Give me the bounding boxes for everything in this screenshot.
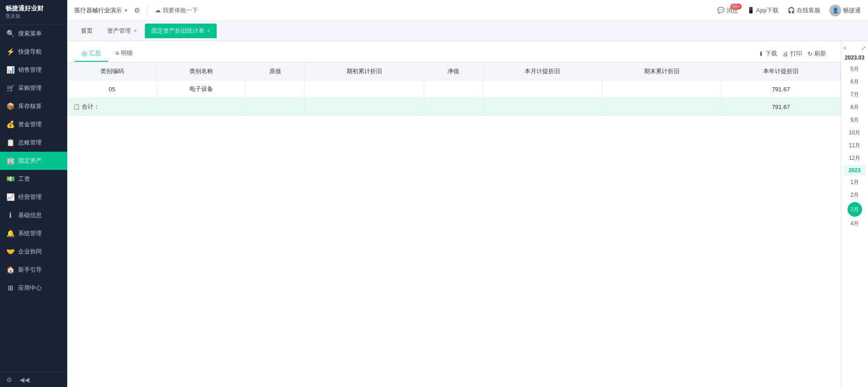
- cell-name: 电子设备: [157, 80, 246, 98]
- subtab-detail-label: 明细: [121, 49, 133, 57]
- sidebar-item-新手引导[interactable]: 🏠新手引导: [0, 261, 67, 279]
- table-row: 05 电子设备 791.67: [68, 80, 841, 98]
- sidebar-icon-3: 🛒: [6, 84, 15, 92]
- sidebar-footer: ⚙ ◀◀: [0, 372, 67, 387]
- sidebar-item-系统管理[interactable]: 🔔系统管理: [0, 224, 67, 243]
- collapse-icon[interactable]: ◀◀: [20, 376, 30, 383]
- date-month-9月[interactable]: 9月: [844, 114, 866, 126]
- refresh-btn[interactable]: ↻ 刷新: [808, 50, 826, 58]
- date-month-6月[interactable]: 6月: [844, 76, 866, 88]
- settings-icon[interactable]: ⚙: [6, 376, 12, 383]
- sidebar-label-0: 搜索菜单: [18, 30, 42, 38]
- sidebar-icon-0: 🔍: [6, 30, 15, 38]
- tab-fixed-asset-depreciation[interactable]: 固定资产折旧统计表 ×: [145, 24, 217, 38]
- sidebar-item-工资[interactable]: 💵工资: [0, 170, 67, 188]
- date-month-10月[interactable]: 10月: [844, 127, 866, 139]
- sidebar-item-销售管理[interactable]: 📊销售管理: [0, 61, 67, 79]
- date-panel-expand-icon[interactable]: ⤢: [861, 45, 866, 52]
- sidebar-item-应用中心[interactable]: ⊞应用中心: [0, 279, 67, 297]
- sidebar-logo: 畅捷通好业财 普及版: [0, 0, 67, 25]
- content-area: ◎ 汇总 ≡ 明细 ⬇ 下载 🖨 打印: [67, 41, 868, 387]
- topbar-right: 💬 消息 99+ 📱 App下载 🎧 在线客服 👤 畅捷通: [717, 5, 861, 16]
- date-month-4月[interactable]: 4月: [844, 218, 866, 230]
- sidebar-item-企业协同[interactable]: 🤝企业协同: [0, 243, 67, 261]
- sidebar-label-4: 库存核算: [18, 102, 42, 110]
- sidebar-label-3: 采购管理: [18, 84, 42, 92]
- sidebar-item-库存核算[interactable]: 📦库存核算: [0, 97, 67, 115]
- sidebar-item-基础信息[interactable]: ℹ基础信息: [0, 206, 67, 224]
- app-download-label: App下载: [756, 6, 779, 15]
- company-selector[interactable]: 医疗器械行业演示 ▼: [74, 6, 129, 15]
- sidebar-item-采购管理[interactable]: 🛒采购管理: [0, 79, 67, 97]
- download-btn[interactable]: ⬇ 下载: [759, 50, 777, 58]
- user-profile-btn[interactable]: 👤 畅捷通: [829, 5, 861, 16]
- tab-home[interactable]: 首页: [74, 24, 99, 38]
- sidebar-icon-13: 🏠: [6, 266, 15, 274]
- table-total-row: 📋 合计： 791.67: [68, 98, 841, 116]
- sidebar-icon-6: 📋: [6, 139, 15, 147]
- date-year-label[interactable]: 2023: [844, 165, 866, 176]
- col-acc-dep-end: 期末累计折旧: [602, 63, 721, 80]
- sidebar-item-搜索菜单[interactable]: 🔍搜索菜单: [0, 25, 67, 43]
- date-month-8月[interactable]: 8月: [844, 101, 866, 114]
- company-name: 医疗器械行业演示: [74, 6, 122, 15]
- sidebar-icon-10: ℹ: [6, 211, 15, 219]
- print-btn[interactable]: 🖨 打印: [783, 50, 802, 58]
- cell-acc-dep-end: [602, 80, 721, 98]
- sidebar-label-6: 总账管理: [18, 139, 42, 147]
- sidebar-label-11: 系统管理: [18, 229, 42, 238]
- refresh-label: 刷新: [814, 50, 826, 58]
- depreciation-table: 类别编码 类别名称 原值 期初累计折旧 净值 本月计提折旧 期末累计折旧 本年计…: [67, 62, 841, 116]
- col-net: 净值: [424, 63, 483, 80]
- content-main: ◎ 汇总 ≡ 明细 ⬇ 下载 🖨 打印: [67, 41, 841, 387]
- date-panel-close-icon[interactable]: ×: [843, 45, 847, 52]
- date-month-1月[interactable]: 1月: [844, 176, 866, 189]
- subtab-summary-label: 汇总: [89, 49, 101, 57]
- sidebar-icon-2: 📊: [6, 66, 15, 74]
- user-avatar-icon: 👤: [832, 7, 839, 14]
- experience-btn[interactable]: ☁ 我要体验一下: [155, 6, 198, 15]
- sidebar: 畅捷通好业财 普及版 🔍搜索菜单⚡快捷导航📊销售管理🛒采购管理📦库存核算💰资金管…: [0, 0, 67, 387]
- topbar: 医疗器械行业演示 ▼ ⚙ ☁ 我要体验一下 💬 消息 99+ 📱 App下载 🎧…: [67, 0, 868, 21]
- message-btn[interactable]: 💬 消息 99+: [717, 6, 738, 15]
- table-wrap: 类别编码 类别名称 原值 期初累计折旧 净值 本月计提折旧 期末累计折旧 本年计…: [67, 62, 841, 387]
- tab-asset-management[interactable]: 资产管理 ×: [101, 24, 143, 38]
- date-month-3月[interactable]: 3月: [848, 202, 862, 217]
- experience-label: 我要体验一下: [163, 6, 198, 15]
- sidebar-item-固定资产[interactable]: 🏢固定资产: [0, 152, 67, 170]
- topbar-divider: [147, 6, 148, 15]
- date-month-11月[interactable]: 11月: [844, 139, 866, 152]
- app-name: 畅捷通好业财: [5, 5, 44, 13]
- app-download-btn[interactable]: 📱 App下载: [747, 6, 779, 15]
- sidebar-item-资金管理[interactable]: 💰资金管理: [0, 115, 67, 134]
- cell-acc-dep-start: [305, 80, 424, 98]
- avatar: 👤: [829, 5, 841, 16]
- total-monthly-dep: [483, 98, 602, 116]
- sidebar-label-2: 销售管理: [18, 66, 42, 74]
- tabbar: 首页 资产管理 × 固定资产折旧统计表 ×: [67, 21, 868, 41]
- total-yearly-dep: 791.67: [721, 98, 840, 116]
- message-icon: 💬: [717, 7, 724, 14]
- sidebar-label-12: 企业协同: [18, 248, 42, 256]
- sidebar-item-快捷导航[interactable]: ⚡快捷导航: [0, 43, 67, 61]
- summary-icon: ◎: [82, 50, 87, 57]
- tab-fixed-asset-close[interactable]: ×: [207, 28, 210, 34]
- sidebar-label-8: 工资: [18, 175, 30, 183]
- date-month-2月[interactable]: 2月: [844, 189, 866, 201]
- subtab-detail[interactable]: ≡ 明细: [108, 45, 140, 62]
- subtab-summary[interactable]: ◎ 汇总: [74, 45, 108, 62]
- topbar-settings-icon[interactable]: ⚙: [134, 6, 140, 15]
- sidebar-icon-5: 💰: [6, 120, 15, 129]
- sidebar-item-经营管理[interactable]: 📈经营管理: [0, 188, 67, 206]
- date-month-7月[interactable]: 7月: [844, 89, 866, 101]
- total-net: [424, 98, 483, 116]
- sidebar-item-总账管理[interactable]: 📋总账管理: [0, 134, 67, 152]
- cell-original: [246, 80, 305, 98]
- tab-asset-management-close[interactable]: ×: [134, 28, 137, 34]
- date-month-5月[interactable]: 5月: [844, 63, 866, 75]
- sidebar-icon-11: 🔔: [6, 229, 15, 238]
- date-month-12月[interactable]: 12月: [844, 152, 866, 164]
- cell-code: 05: [68, 80, 157, 98]
- online-service-btn[interactable]: 🎧 在线客服: [788, 6, 820, 15]
- sidebar-icon-4: 📦: [6, 102, 15, 110]
